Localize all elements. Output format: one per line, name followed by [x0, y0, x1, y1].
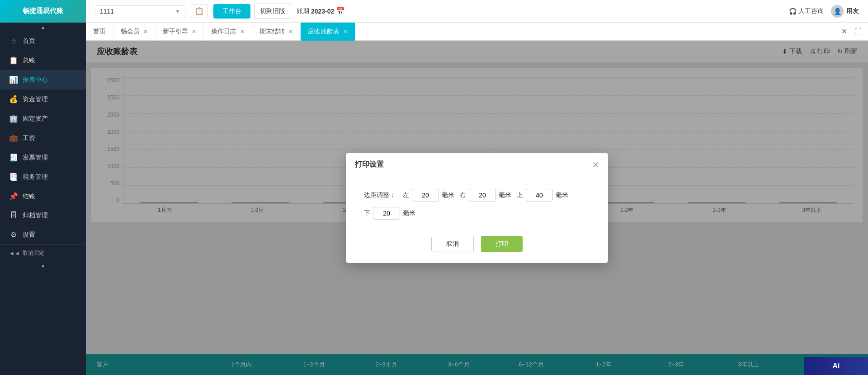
right-margin-group: 右 毫米 — [460, 189, 511, 202]
sidebar-icon-0: ⌂ — [9, 37, 18, 45]
right-margin-input[interactable] — [469, 189, 496, 202]
top-margin-group: 上 毫米 — [517, 189, 568, 202]
top-margin-input[interactable] — [526, 189, 553, 202]
close-tab-button[interactable]: ✕ — [840, 25, 849, 38]
calendar-icon[interactable]: 📅 — [336, 7, 345, 15]
sidebar-icon-5: 💼 — [9, 134, 18, 142]
sidebar-label-5: 工资 — [23, 134, 35, 142]
left-unit: 毫米 — [442, 191, 454, 199]
chevron-down-icon: ▼ — [175, 8, 180, 14]
tab-close-2[interactable]: ✕ — [192, 28, 196, 35]
tab-畅会员[interactable]: 畅会员✕ — [113, 23, 156, 41]
copy-button[interactable]: 📋 — [191, 4, 208, 18]
tab-label-4: 期末结转 — [259, 28, 285, 36]
expand-tab-button[interactable]: ⛶ — [853, 26, 863, 38]
cancel-button[interactable]: 取消 — [431, 236, 474, 252]
right-unit: 毫米 — [499, 191, 511, 199]
consult-label: 人工咨询 — [798, 7, 824, 15]
tab-期末结转[interactable]: 期末结转✕ — [252, 23, 301, 41]
left-margin-input[interactable] — [412, 189, 439, 202]
sidebar-scroll-down[interactable]: ▼ — [0, 262, 86, 271]
left-margin-group: 左 毫米 — [403, 189, 454, 202]
sidebar-label-6: 发票管理 — [23, 154, 48, 162]
sidebar-item-归档管理[interactable]: 🗄归档管理 — [0, 206, 86, 225]
right-label: 右 — [460, 191, 466, 199]
tab-label-0: 首页 — [93, 28, 106, 36]
dialog-header: 打印设置 ✕ — [346, 153, 608, 175]
sidebar-scroll-up[interactable]: ▲ — [0, 23, 86, 32]
bottom-label: 下 — [364, 209, 370, 217]
tabs-actions: ✕ ⛶ — [840, 25, 868, 38]
period-label: 账期 — [297, 7, 309, 15]
bottom-margin-group: 下 毫米 — [364, 207, 415, 220]
sidebar-collapse-button[interactable]: ◄◄ 取消固定 — [0, 244, 86, 262]
bottom-unit: 毫米 — [403, 209, 415, 217]
bottom-margin-input[interactable] — [373, 207, 400, 220]
tabs-bar: 首页畅会员✕新手引导✕操作日志✕期末结转✕应收账龄表✕ ✕ ⛶ — [86, 23, 868, 41]
sidebar-item-发票管理[interactable]: 🧾发票管理 — [0, 148, 86, 167]
sidebar-icon-8: 📌 — [9, 192, 18, 201]
consult-button[interactable]: 🎧 人工咨询 — [789, 7, 824, 15]
ai-float-button[interactable]: Ai — [804, 357, 868, 375]
sidebar-item-资金管理[interactable]: 💰资金管理 — [0, 89, 86, 109]
overlay: 打印设置 ✕ 边距调整： 左 毫米 右 — [86, 41, 868, 375]
tab-label-1: 畅会员 — [121, 28, 140, 36]
content-area: 首页畅会员✕新手引导✕操作日志✕期末结转✕应收账龄表✕ ✕ ⛶ 应收账龄表 ⬇ … — [86, 23, 868, 375]
sidebar-icon-7: 📑 — [9, 173, 18, 181]
sidebar-label-10: 设置 — [23, 231, 35, 239]
tab-label-3: 操作日志 — [211, 28, 236, 36]
old-version-button[interactable]: 切到旧版 — [254, 4, 291, 19]
dialog-close-button[interactable]: ✕ — [592, 161, 599, 169]
sidebar-icon-1: 📋 — [9, 56, 18, 65]
sidebar-item-固定资产[interactable]: 🏢固定资产 — [0, 109, 86, 128]
sidebar-item-总账[interactable]: 📋总账 — [0, 51, 86, 70]
sidebar-label-7: 税务管理 — [23, 173, 48, 181]
company-name: 1111 — [100, 8, 172, 15]
tab-操作日志[interactable]: 操作日志✕ — [204, 23, 252, 41]
print-settings-dialog: 打印设置 ✕ 边距调整： 左 毫米 右 — [346, 153, 608, 263]
sidebar-label-9: 归档管理 — [23, 211, 48, 220]
sidebar-icon-2: 📊 — [9, 75, 18, 84]
sidebar-item-报表中心[interactable]: 📊报表中心 — [0, 70, 86, 89]
margin-row: 边距调整： 左 毫米 右 毫米 — [364, 189, 590, 220]
tab-close-4[interactable]: ✕ — [288, 28, 293, 35]
tab-close-1[interactable]: ✕ — [143, 28, 148, 35]
period-value: 2023-02 — [311, 8, 334, 15]
tab-应收账龄表[interactable]: 应收账龄表✕ — [301, 23, 355, 41]
sidebar-icon-3: 💰 — [9, 95, 18, 103]
main-layout: ▲ ⌂首页📋总账📊报表中心💰资金管理🏢固定资产💼工资🧾发票管理📑税务管理📌结账🗄… — [0, 23, 868, 375]
tab-label-5: 应收账龄表 — [308, 28, 340, 36]
sidebar-item-结账[interactable]: 📌结账 — [0, 187, 86, 206]
top-label: 上 — [517, 191, 523, 199]
left-label: 左 — [403, 191, 409, 199]
logo-area: 畅捷通易代账 — [0, 0, 86, 23]
sidebar-label-2: 报表中心 — [23, 76, 48, 84]
avatar: 👤 — [831, 5, 844, 18]
margin-adjust-label: 边距调整： — [364, 191, 396, 199]
header-right: 🎧 人工咨询 👤 用友 — [789, 5, 859, 18]
sidebar-label-3: 资金管理 — [23, 95, 48, 103]
user-area[interactable]: 👤 用友 — [831, 5, 859, 18]
tab-新手引导[interactable]: 新手引导✕ — [156, 23, 204, 41]
sidebar-label-1: 总账 — [23, 56, 35, 65]
sidebar-label-0: 首页 — [23, 37, 35, 45]
company-selector[interactable]: 1111 ▼ — [95, 5, 185, 17]
sidebar-item-设置[interactable]: ⚙设置 — [0, 225, 86, 244]
sidebar-item-税务管理[interactable]: 📑税务管理 — [0, 167, 86, 187]
tab-close-3[interactable]: ✕ — [240, 28, 245, 35]
sidebar-icon-4: 🏢 — [9, 114, 18, 123]
sidebar-icon-6: 🧾 — [9, 153, 18, 162]
confirm-print-button[interactable]: 打印 — [481, 236, 523, 252]
sidebar-icon-9: 🗄 — [9, 211, 18, 220]
period-area: 账期 2023-02 📅 — [297, 7, 345, 15]
tab-首页[interactable]: 首页 — [86, 23, 113, 41]
tab-label-2: 新手引导 — [163, 28, 188, 36]
sidebar-item-工资[interactable]: 💼工资 — [0, 128, 86, 148]
headset-icon: 🎧 — [789, 8, 797, 15]
dialog-title: 打印设置 — [355, 160, 384, 169]
sidebar-label-4: 固定资产 — [23, 115, 48, 123]
logo-text: 畅捷通易代账 — [23, 7, 63, 15]
sidebar-item-首页[interactable]: ⌂首页 — [0, 32, 86, 51]
workbench-button[interactable]: 工作台 — [213, 4, 250, 19]
tab-close-5[interactable]: ✕ — [343, 28, 348, 35]
